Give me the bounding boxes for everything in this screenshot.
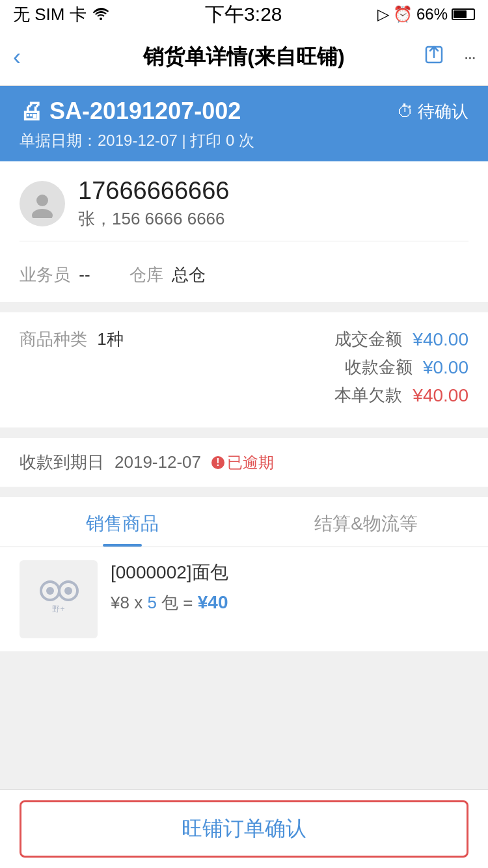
total-price: ¥40 bbox=[198, 592, 228, 612]
due-row: 本单欠款 ¥40.00 bbox=[334, 384, 468, 407]
battery-text: 66% bbox=[416, 5, 448, 23]
svg-text:野+: 野+ bbox=[52, 604, 64, 614]
order-icon: 🖨 bbox=[20, 98, 43, 125]
summary-left: 商品种类 1种 bbox=[20, 328, 124, 351]
warehouse-meta: 仓库 总仓 bbox=[129, 264, 206, 286]
page-title: 销货单详情(来自旺铺) bbox=[143, 43, 344, 72]
status-bar: 无 SIM 卡 下午3:28 ▷ ⏰ 66% bbox=[0, 0, 488, 29]
share-button[interactable] bbox=[424, 44, 444, 70]
customer-phone-info: 17666666666 张，156 6666 6666 bbox=[78, 177, 229, 230]
transaction-label: 成交金额 bbox=[334, 328, 402, 351]
battery-icon bbox=[452, 8, 475, 20]
transaction-value: ¥40.00 bbox=[413, 329, 468, 350]
tab-settlement[interactable]: 结算&物流等 bbox=[244, 497, 488, 547]
battery-info: ▷ ⏰ 66% bbox=[377, 5, 475, 23]
overdue-icon: ! bbox=[211, 456, 224, 469]
customer-avatar bbox=[20, 181, 65, 226]
due-date-section: 收款到期日 2019-12-07 ! 已逾期 bbox=[0, 438, 488, 487]
customer-name: 张，156 6666 6666 bbox=[78, 208, 229, 230]
summary-right: 成交金额 ¥40.00 收款金额 ¥0.00 本单欠款 ¥40.00 bbox=[334, 328, 468, 412]
svg-point-1 bbox=[36, 195, 48, 206]
warehouse-label: 仓库 bbox=[129, 265, 163, 284]
svg-point-4 bbox=[46, 587, 54, 595]
equals-sign: = bbox=[183, 593, 197, 612]
tabs-row: 销售商品 结算&物流等 bbox=[0, 497, 488, 547]
product-thumbnail: 野+ bbox=[20, 560, 98, 638]
customer-section: 17666666666 张，156 6666 6666 业务员 -- 仓库 总仓 bbox=[0, 161, 488, 302]
multiply-sign: x bbox=[134, 593, 147, 612]
bottom-bar: 旺铺订单确认 bbox=[0, 789, 488, 868]
order-status: ⏱ 待确认 bbox=[397, 100, 468, 123]
product-type-label: 商品种类 bbox=[20, 329, 87, 349]
divider bbox=[20, 241, 468, 241]
time-display: 下午3:28 bbox=[205, 1, 282, 28]
sales-meta: 业务员 -- bbox=[20, 264, 90, 286]
order-header: 🖨 SA-20191207-002 ⏱ 待确认 单据日期：2019-12-07 … bbox=[0, 86, 488, 161]
sales-value: -- bbox=[79, 265, 90, 284]
received-value: ¥0.00 bbox=[423, 357, 468, 378]
tab-products[interactable]: 销售商品 bbox=[0, 497, 244, 547]
svg-point-6 bbox=[64, 587, 72, 595]
quantity: 5 bbox=[147, 593, 156, 612]
svg-point-2 bbox=[32, 209, 53, 218]
product-name: [0000002]面包 bbox=[111, 560, 468, 585]
nav-right-actions: ··· bbox=[424, 44, 475, 70]
carrier-info: 无 SIM 卡 bbox=[13, 3, 110, 26]
wifi-icon bbox=[92, 5, 110, 25]
product-type-value: 1种 bbox=[97, 329, 123, 349]
due-date-label: 收款到期日 bbox=[20, 451, 104, 474]
sales-label: 业务员 bbox=[20, 265, 70, 284]
warehouse-value: 总仓 bbox=[172, 265, 206, 284]
location-icon: ▷ bbox=[377, 5, 389, 23]
customer-phone: 17666666666 bbox=[78, 177, 229, 205]
received-label: 收款金额 bbox=[345, 356, 413, 379]
alarm-icon: ⏰ bbox=[393, 5, 413, 23]
summary-section: 商品种类 1种 成交金额 ¥40.00 收款金额 ¥0.00 本单欠款 ¥40.… bbox=[0, 312, 488, 427]
nav-bar: ‹ 销货单详情(来自旺铺) ··· bbox=[0, 29, 488, 86]
overdue-badge: ! 已逾期 bbox=[211, 452, 274, 473]
due-label: 本单欠款 bbox=[334, 384, 402, 407]
due-value: ¥40.00 bbox=[413, 385, 468, 406]
received-row: 收款金额 ¥0.00 bbox=[334, 356, 468, 379]
customer-row: 17666666666 张，156 6666 6666 bbox=[20, 177, 468, 230]
overdue-text: 已逾期 bbox=[227, 452, 274, 473]
clock-icon: ⏱ bbox=[397, 102, 414, 122]
customer-meta: 业务员 -- 仓库 总仓 bbox=[20, 264, 468, 286]
unit: 包 bbox=[161, 593, 178, 612]
order-id: 🖨 SA-20191207-002 bbox=[20, 98, 241, 125]
product-price-formula: ¥8 x 5 包 = ¥40 bbox=[111, 591, 468, 614]
confirm-button[interactable]: 旺铺订单确认 bbox=[20, 800, 468, 858]
transaction-row: 成交金额 ¥40.00 bbox=[334, 328, 468, 351]
back-button[interactable]: ‹ bbox=[13, 44, 46, 71]
carrier-text: 无 SIM 卡 bbox=[13, 3, 87, 26]
order-date: 单据日期：2019-12-07 | 打印 0 次 bbox=[20, 130, 468, 151]
due-date-value: 2019-12-07 bbox=[115, 452, 201, 472]
tabs-section: 销售商品 结算&物流等 野+ [0000002]面包 ¥8 x 5 包 bbox=[0, 497, 488, 651]
unit-price: ¥8 bbox=[111, 593, 129, 612]
more-button[interactable]: ··· bbox=[464, 47, 475, 68]
product-item: 野+ [0000002]面包 ¥8 x 5 包 = ¥40 bbox=[0, 547, 488, 651]
product-details: [0000002]面包 ¥8 x 5 包 = ¥40 bbox=[111, 560, 468, 614]
